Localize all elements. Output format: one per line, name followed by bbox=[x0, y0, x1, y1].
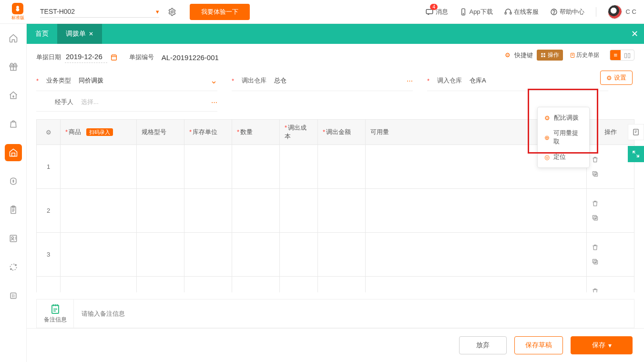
view-list-icon[interactable]: ≡ bbox=[610, 50, 621, 60]
nav-clipboard-icon[interactable] bbox=[5, 201, 22, 218]
tab-current[interactable]: 调拨单 ✕ bbox=[57, 24, 102, 44]
shortcut-gear-icon[interactable]: ⚙ bbox=[505, 52, 511, 59]
org-select[interactable]: ▾ bbox=[40, 6, 159, 18]
svg-point-3 bbox=[463, 13, 464, 14]
tab-home[interactable]: 首页 bbox=[27, 24, 57, 44]
popover-item-available[interactable]: ⊕可用量提取 bbox=[538, 125, 589, 149]
th-out-cost: 调出成本 bbox=[280, 120, 318, 145]
th-settings-icon[interactable]: ⚙ bbox=[37, 120, 61, 145]
field-business-type[interactable]: *业务类型 同价调拨 ⌄ bbox=[36, 71, 217, 91]
delete-row-icon[interactable] bbox=[592, 156, 629, 163]
more-icon[interactable]: ⋯ bbox=[211, 99, 217, 106]
view-grid-icon[interactable]: ▯▯ bbox=[621, 50, 634, 60]
chevron-down-icon: ▾ bbox=[608, 341, 612, 349]
save-draft-button[interactable]: 保存草稿 bbox=[514, 336, 563, 354]
th-goods: 商品 扫码录入 bbox=[61, 120, 137, 145]
help-center-label: 帮助中心 bbox=[560, 8, 584, 16]
tab-close-icon[interactable]: ✕ bbox=[89, 31, 93, 37]
remarks-bar: 备注信息 bbox=[36, 299, 634, 328]
nav-sync-icon[interactable] bbox=[5, 259, 22, 276]
avatar bbox=[608, 5, 622, 19]
operate-chip[interactable]: 操作 bbox=[537, 50, 563, 61]
doc-no-value: AL-20191226-001 bbox=[162, 53, 219, 62]
action-bar: 放弃 保存草稿 保存 ▾ bbox=[27, 328, 644, 362]
th-spec: 规格型号 bbox=[137, 120, 184, 145]
org-settings-icon[interactable] bbox=[168, 8, 176, 16]
delete-row-icon[interactable] bbox=[592, 244, 629, 251]
brand-version: 标准版 bbox=[11, 15, 24, 21]
svg-rect-23 bbox=[544, 55, 545, 57]
svg-rect-20 bbox=[542, 53, 543, 54]
th-unit: 库存单位 bbox=[184, 120, 232, 145]
tabs-close-all-icon[interactable]: ✕ bbox=[625, 24, 644, 44]
nav-bag-icon[interactable] bbox=[5, 115, 22, 133]
chevron-down-icon[interactable]: ⌄ bbox=[210, 75, 217, 86]
top-header: 标准版 ▾ 我要体验一下 消息 4 App下载 在线客服 帮助中心 C C bbox=[0, 0, 644, 24]
settings-button[interactable]: ⚙ 设置 bbox=[600, 71, 633, 85]
nav-new-icon[interactable]: 新 bbox=[5, 287, 22, 304]
date-value[interactable]: 2019-12-26 bbox=[65, 52, 107, 63]
ratio-icon: ⚙ bbox=[544, 114, 550, 122]
header-divider bbox=[596, 7, 596, 17]
svg-point-0 bbox=[171, 10, 174, 13]
notes-icon bbox=[50, 303, 61, 315]
table-row[interactable]: 4 bbox=[37, 277, 634, 293]
nav-gift-icon[interactable] bbox=[5, 58, 22, 75]
history-chip[interactable]: 历史单据 bbox=[567, 50, 602, 61]
messages-badge: 4 bbox=[430, 4, 438, 10]
copy-row-icon[interactable] bbox=[592, 170, 629, 177]
save-button[interactable]: 保存 ▾ bbox=[571, 336, 633, 354]
doc-header: 单据日期 2019-12-26 单据编号 AL-20191226-001 ⚙ 快… bbox=[27, 44, 644, 68]
brand-logo: 标准版 bbox=[8, 3, 28, 21]
nav-contact-icon[interactable] bbox=[5, 230, 22, 247]
nav-home-icon[interactable] bbox=[5, 30, 22, 47]
locate-icon: ◎ bbox=[544, 154, 550, 161]
th-actions: 操作 bbox=[587, 120, 634, 145]
table-row[interactable]: 3 bbox=[37, 233, 634, 277]
online-service-button[interactable]: 在线客服 bbox=[504, 8, 539, 16]
side-nav: 新 bbox=[0, 24, 27, 362]
field-handler[interactable]: 经手人 选择... ⋯ bbox=[36, 93, 217, 112]
messages-label: 消息 bbox=[436, 8, 448, 16]
username: C C bbox=[626, 8, 636, 15]
scan-badge[interactable]: 扫码录入 bbox=[86, 128, 113, 136]
svg-point-16 bbox=[10, 269, 11, 270]
copy-row-icon[interactable] bbox=[592, 258, 629, 265]
svg-rect-21 bbox=[544, 53, 545, 54]
popover-item-ratio[interactable]: ⚙配比调拨 bbox=[538, 110, 589, 125]
doc-header-right: ⚙ 快捷键 操作 历史单据 ≡ ▯▯ bbox=[505, 50, 634, 61]
app-download-label: App下载 bbox=[469, 8, 492, 16]
copy-row-icon[interactable] bbox=[592, 214, 629, 221]
float-note-icon[interactable] bbox=[628, 124, 644, 140]
discard-button[interactable]: 放弃 bbox=[459, 336, 507, 354]
svg-rect-22 bbox=[542, 55, 543, 57]
view-toggle[interactable]: ≡ ▯▯ bbox=[610, 50, 634, 61]
app-download-button[interactable]: App下载 bbox=[460, 8, 492, 16]
field-out-warehouse[interactable]: *调出仓库 总仓 ⋯ bbox=[232, 71, 413, 91]
remarks-input[interactable] bbox=[74, 300, 634, 328]
calendar-icon[interactable] bbox=[110, 53, 118, 61]
delete-row-icon[interactable] bbox=[592, 200, 629, 207]
messages-button[interactable]: 消息 4 bbox=[425, 8, 448, 16]
nav-warehouse-icon[interactable] bbox=[5, 144, 22, 161]
svg-text:新: 新 bbox=[11, 294, 15, 298]
trial-button[interactable]: 我要体验一下 bbox=[190, 4, 250, 20]
help-center-button[interactable]: 帮助中心 bbox=[550, 8, 584, 16]
svg-point-15 bbox=[15, 265, 16, 266]
nav-house-up-icon[interactable] bbox=[5, 87, 22, 104]
th-qty: 数量 bbox=[232, 120, 280, 145]
delete-row-icon[interactable] bbox=[592, 288, 629, 292]
more-icon[interactable]: ⋯ bbox=[407, 77, 413, 84]
field-in-warehouse[interactable]: *调入仓库 仓库A bbox=[427, 71, 608, 91]
user-menu[interactable]: C C bbox=[608, 5, 636, 19]
svg-point-7 bbox=[553, 13, 554, 13]
float-expand-icon[interactable] bbox=[628, 146, 644, 162]
org-input[interactable] bbox=[40, 8, 152, 15]
table-row[interactable]: 2 bbox=[37, 189, 634, 233]
nav-money-icon[interactable] bbox=[5, 173, 22, 190]
extract-icon: ⊕ bbox=[544, 134, 550, 141]
svg-rect-1 bbox=[427, 9, 433, 13]
tabs-bar: 首页 调拨单 ✕ ✕ bbox=[27, 24, 644, 44]
popover-item-locate[interactable]: ◎定位 bbox=[538, 149, 589, 165]
svg-rect-4 bbox=[505, 12, 506, 14]
